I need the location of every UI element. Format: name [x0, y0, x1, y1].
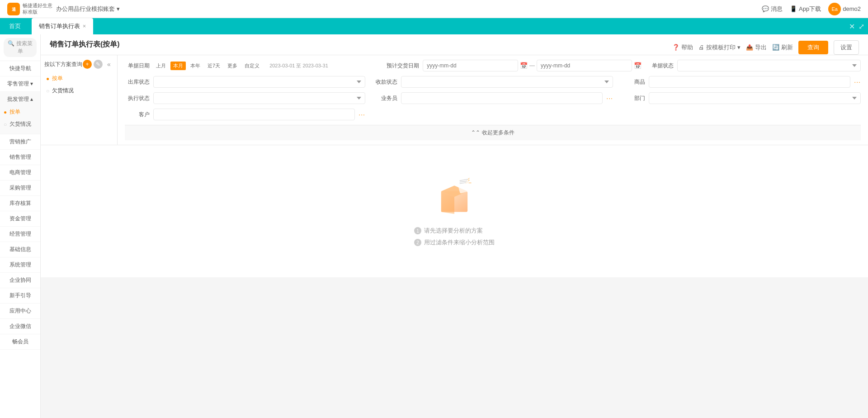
filter-row-1: 单据日期 上月 本月 本年 近7天 更多 自定义 2023-03-01 至 20… — [125, 60, 861, 71]
filter-row-2: 出库状态 收款状态 商品 ··· — [125, 76, 861, 88]
sidebar-item-retail[interactable]: 零售管理 ▾ — [0, 76, 40, 92]
header-left: 通 畅捷通好生意 标准版 办公用品行业模拟账套 ▾ — [7, 3, 120, 15]
sidebar-item-system[interactable]: 系统管理 — [0, 257, 40, 273]
salesperson-label: 业务员 — [373, 95, 397, 102]
sidebar-item-purchase[interactable]: 采购管理 — [0, 180, 40, 196]
tab-active[interactable]: 销售订单执行表 × — [32, 18, 93, 34]
date-btn-custom[interactable]: 自定义 — [242, 62, 262, 70]
date-btn-7-days[interactable]: 近7天 — [205, 62, 223, 70]
chevron-down-icon: ▾ — [117, 5, 120, 12]
print-button[interactable]: 🖨 按模板打印 ▾ — [698, 43, 741, 52]
scheme-icon: ● — [46, 76, 49, 82]
logo-text: 畅捷通好生意 标准版 — [23, 3, 52, 14]
chevron-icon: ▾ — [30, 81, 33, 87]
payment-status-select[interactable] — [401, 76, 613, 88]
sidebar-item-member[interactable]: 畅会员 — [0, 334, 40, 350]
exec-status-label: 执行状态 — [125, 95, 150, 102]
filter-scheme-sidebar: 按以下方案查询 + ✎ « ● 按单 ○ 欠货情况 — [41, 55, 118, 145]
scheme-item-欠货情况[interactable]: ○ 欠货情况 — [44, 85, 113, 97]
circle-icon: ● — [4, 109, 7, 115]
bill-status-label: 单据状态 — [649, 62, 674, 70]
sidebar-item-quick-nav[interactable]: 快捷导航 — [0, 61, 40, 76]
maximize-window-icon[interactable]: ⤢ — [859, 22, 864, 31]
download-icon: 📱 — [790, 5, 797, 12]
sidebar-item-inventory[interactable]: 库存核算 — [0, 196, 40, 211]
date-quick-buttons: 上月 本月 本年 近7天 更多 自定义 — [153, 62, 262, 70]
sidebar-item-sales[interactable]: 销售管理 — [0, 150, 40, 165]
calendar-start-icon[interactable]: 📅 — [520, 62, 528, 69]
department-label: 部门 — [620, 95, 645, 102]
sidebar-item-newbie[interactable]: 新手引导 — [0, 288, 40, 304]
scheme-item-按单[interactable]: ● 按单 — [44, 72, 113, 85]
help-icon: ❓ — [672, 44, 679, 51]
exec-status-select[interactable] — [153, 92, 365, 104]
expected-date-end[interactable] — [537, 60, 632, 71]
main-layout: 🔍 搜索菜单 快捷导航 零售管理 ▾ 批发管理 ▴ ● 按单 — [0, 34, 868, 418]
content-area: 销售订单执行表(按单) ❓ 帮助 🖨 按模板打印 ▾ 📤 导出 🔄 刷新 — [41, 34, 868, 418]
page-title: 销售订单执行表(按单) — [50, 40, 120, 55]
export-button[interactable]: 📤 导出 — [746, 43, 767, 52]
filter-row-3: 执行状态 业务员 ··· 部门 — [125, 92, 861, 104]
user-profile[interactable]: Ea demo2 — [828, 3, 861, 15]
sidebar-item-app-center[interactable]: 应用中心 — [0, 304, 40, 319]
department-select[interactable] — [649, 92, 861, 104]
empty-tip-1: 1 请先选择要分析的方案 — [414, 227, 495, 235]
collapse-sidebar-button[interactable]: « — [104, 60, 113, 69]
goods-input[interactable] — [649, 76, 850, 88]
refresh-button[interactable]: 🔄 刷新 — [772, 43, 793, 52]
date-btn-this-month[interactable]: 本月 — [170, 62, 186, 70]
message-button[interactable]: 💬 消息 — [762, 5, 783, 13]
filter-group-goods: 商品 ··· — [620, 76, 861, 88]
search-menu-input[interactable]: 🔍 搜索菜单 — [4, 38, 37, 57]
chevron-up-icon: ⌃⌃ — [471, 129, 480, 136]
top-header: 通 畅捷通好生意 标准版 办公用品行业模拟账套 ▾ 💬 消息 📱 App下载 E… — [0, 0, 868, 18]
bill-status-select[interactable] — [677, 60, 861, 71]
search-button[interactable]: 查询 — [798, 41, 828, 54]
logo-icon: 通 — [7, 3, 20, 15]
empty-state: 1 请先选择要分析的方案 2 用过滤条件来缩小分析范围 — [41, 145, 868, 277]
add-scheme-button[interactable]: + — [83, 60, 92, 69]
sidebar-item-basic-info[interactable]: 基础信息 — [0, 242, 40, 257]
avatar: Ea — [828, 3, 841, 15]
sidebar-item-enterprise-collab[interactable]: 企业协同 — [0, 273, 40, 288]
customer-input[interactable] — [153, 109, 355, 120]
customer-picker-icon[interactable]: ··· — [359, 111, 365, 118]
expected-date-start[interactable] — [423, 60, 518, 71]
edit-scheme-button[interactable]: ✎ — [94, 60, 103, 69]
tab-close-icon[interactable]: × — [83, 23, 86, 29]
sidebar-item-finance[interactable]: 资金管理 — [0, 211, 40, 227]
calendar-end-icon[interactable]: 📅 — [634, 62, 642, 69]
header-right: 💬 消息 📱 App下载 Ea demo2 — [762, 3, 861, 15]
sidebar-item-enterprise-wechat[interactable]: 企业微信 — [0, 319, 40, 334]
close-window-icon[interactable]: ✕ — [849, 22, 855, 31]
salesperson-input[interactable] — [401, 92, 603, 104]
filter-group-expected-date: 预计交货日期 📅 — 📅 — [387, 60, 641, 71]
filter-group-department: 部门 — [620, 92, 861, 104]
app-download-button[interactable]: 📱 App下载 — [790, 5, 821, 13]
tab-home[interactable]: 首页 — [0, 18, 30, 34]
sub-item-按单[interactable]: ● 按单 — [2, 106, 38, 118]
chevron-down-icon: ▾ — [737, 44, 741, 51]
date-btn-this-year[interactable]: 本年 — [188, 62, 203, 70]
goods-picker-icon[interactable]: ··· — [854, 78, 861, 86]
settings-button[interactable]: 设置 — [834, 40, 859, 55]
sidebar-item-marketing[interactable]: 营销推广 — [0, 134, 40, 150]
date-btn-more[interactable]: 更多 — [225, 62, 240, 70]
sidebar-item-ecommerce[interactable]: 电商管理 — [0, 165, 40, 180]
tab-bar: 首页 销售订单执行表 × ✕ ⤢ — [0, 18, 868, 34]
svg-text:通: 通 — [12, 7, 16, 12]
sub-item-欠货情况[interactable]: ○ 欠货情况 — [2, 118, 38, 130]
filter-row-4: 客户 ··· — [125, 109, 861, 120]
salesperson-picker-icon[interactable]: ··· — [606, 95, 613, 102]
collapse-filters-button[interactable]: ⌃⌃ 收起更多条件 — [125, 125, 861, 140]
sidebar-item-wholesale[interactable]: 批发管理 ▴ ● 按单 ○ 欠货情况 — [0, 92, 40, 134]
sidebar-item-operations[interactable]: 经营管理 — [0, 227, 40, 242]
payment-status-label: 收款状态 — [373, 78, 397, 86]
date-btn-last-month[interactable]: 上月 — [153, 62, 169, 70]
filter-group-salesperson: 业务员 ··· — [373, 92, 613, 104]
print-icon: 🖨 — [698, 44, 704, 51]
logo-area: 通 畅捷通好生意 标准版 — [7, 3, 52, 15]
delivery-status-select[interactable] — [153, 76, 365, 88]
help-button[interactable]: ❓ 帮助 — [672, 43, 693, 52]
app-selector[interactable]: 办公用品行业模拟账套 ▾ — [56, 5, 120, 13]
